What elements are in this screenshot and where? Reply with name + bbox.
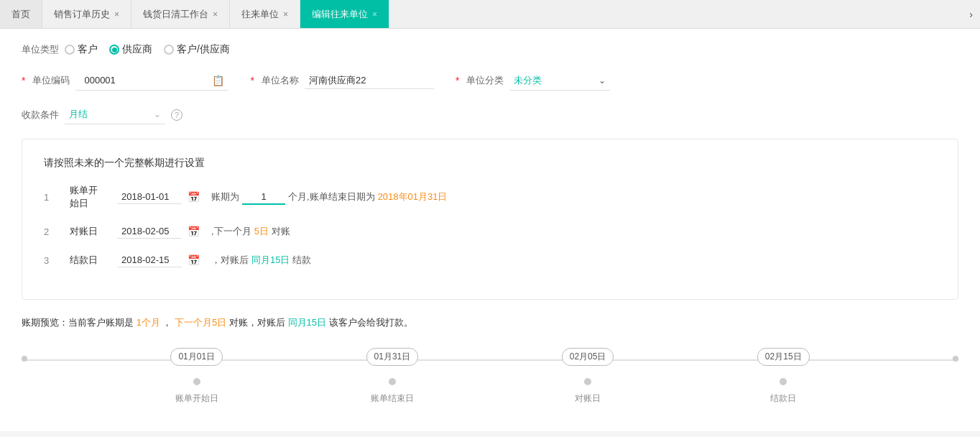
help-icon[interactable]: ? [171, 109, 182, 121]
period-day-highlight: 5日 [254, 225, 269, 238]
calendar-icon-2[interactable]: 📅 [188, 226, 200, 237]
timeline-label-1: 账单开始日 [175, 392, 218, 405]
period-type-3: 结款日 [70, 254, 106, 267]
period-suffix-pre-1: 账期为 [211, 190, 239, 203]
period-row-1: 1 账单开始日 2018-01-01 📅 账期为 个月,账单结束日期为 2018… [44, 184, 936, 210]
radio-circle-customer [65, 45, 75, 55]
unit-info-row: * 单位编码 📋 * 单位名称 * 单位分类 未分类 ⌄ [22, 70, 958, 91]
payment-group: 收款条件 月结 ⌄ ? [22, 105, 182, 124]
chevron-right-icon: › [969, 9, 973, 20]
timeline-points: 01月01日 账单开始日 01月31日 账单结束日 02月05日 对账日 02月… [22, 348, 958, 405]
chevron-down-icon: ⌄ [598, 75, 606, 86]
unit-category-group: * 单位分类 未分类 ⌄ [456, 71, 610, 91]
tab-home[interactable]: 首页 [0, 0, 42, 28]
close-icon[interactable]: × [213, 9, 218, 19]
tab-sales-history[interactable]: 销售订单历史 × [42, 0, 131, 28]
timeline-dot-2 [389, 378, 396, 385]
tab-edit-partner[interactable]: 编辑往来单位 × [300, 0, 389, 28]
timeline-start-dot [22, 356, 27, 362]
tab-cash-work[interactable]: 钱货日清工作台 × [131, 0, 230, 28]
period-date-text-2: 2018-02-05 [117, 224, 182, 239]
period-type-2: 对账日 [70, 225, 106, 238]
close-icon[interactable]: × [283, 9, 288, 19]
period-suffix-pre-3: ，对账后 [211, 254, 249, 267]
period-suffix-pre-2: ,下一个月 [211, 225, 251, 238]
required-star: * [22, 75, 25, 86]
calendar-icon[interactable]: 📋 [212, 75, 224, 86]
preview-part3: 对账，对账后 [229, 317, 285, 328]
timeline-dot-3 [584, 378, 591, 385]
payment-select[interactable]: 月结 ⌄ [65, 105, 165, 124]
radio-supplier-label: 供应商 [122, 43, 152, 56]
unit-code-group: * 单位编码 📋 [22, 70, 228, 91]
unit-category-select[interactable]: 未分类 ⌄ [509, 71, 610, 91]
radio-customer[interactable]: 客户 [65, 43, 98, 56]
unit-type-label: 单位类型 [22, 43, 59, 56]
required-star-cat: * [456, 75, 459, 86]
timeline-end-dot [953, 356, 958, 362]
unit-code-label: 单位编码 [32, 74, 70, 87]
calendar-icon-3[interactable]: 📅 [188, 254, 200, 266]
radio-customer-label: 客户 [78, 43, 98, 56]
timeline-badge-3: 02月05日 [562, 348, 614, 366]
period-num-2: 2 [44, 226, 58, 237]
payment-row: 收款条件 月结 ⌄ ? [22, 105, 958, 124]
payment-value: 月结 [69, 108, 151, 121]
period-date-text-3: 2018-02-15 [117, 253, 182, 267]
tab-cash-work-label: 钱货日清工作台 [143, 8, 208, 21]
timeline-dot-1 [193, 378, 200, 385]
unit-name-input[interactable] [305, 72, 434, 89]
period-num-3: 3 [44, 255, 58, 266]
period-day-highlight-3: 同月15日 [251, 254, 290, 267]
payment-label: 收款条件 [22, 109, 59, 121]
radio-group: 客户 供应商 客户/供应商 [65, 43, 230, 56]
preview-sep1: ， [162, 317, 172, 328]
close-icon[interactable]: × [372, 9, 377, 19]
period-date-1: 2018-01-01 📅 [117, 190, 200, 204]
radio-supplier[interactable]: 供应商 [109, 43, 152, 56]
period-date-2: 2018-02-05 📅 [117, 224, 200, 239]
timeline-start [22, 356, 27, 362]
timeline-end [953, 356, 958, 362]
period-card-title: 请按照未来的一个完整帐期进行设置 [44, 157, 936, 170]
period-row-3: 3 结款日 2018-02-15 📅 ，对账后 同月15日 结款 [44, 253, 936, 267]
timeline-label-2: 账单结束日 [371, 392, 414, 405]
preview-part2: 下一个月5日 [175, 317, 226, 328]
period-end-date: 2018年01月31日 [378, 190, 448, 203]
main-content: 单位类型 客户 供应商 客户/供应商 * 单位编码 [0, 29, 980, 431]
unit-category-label: 单位分类 [466, 74, 504, 87]
unit-code-input-wrapper: 📋 [75, 70, 228, 91]
unit-name-group: * 单位名称 [250, 72, 433, 89]
timeline-label-3: 对账日 [575, 392, 601, 405]
tab-home-label: 首页 [11, 8, 30, 21]
period-type-1: 账单开始日 [70, 184, 106, 210]
preview-text: 账期预览：当前客户账期是 1个月 ， 下一个月5日 对账，对账后 同月15日 该… [22, 314, 958, 331]
period-row-2: 2 对账日 2018-02-05 📅 ,下一个月 5日 对账 [44, 224, 936, 239]
timeline-point-2: 01月31日 账单结束日 [366, 348, 419, 405]
radio-both[interactable]: 客户/供应商 [164, 43, 230, 56]
unit-type-row: 单位类型 客户 供应商 客户/供应商 [22, 43, 958, 56]
unit-code-input[interactable] [80, 72, 209, 88]
period-suffix-mid-1: 个月,账单结束日期为 [288, 190, 375, 203]
tab-sales-history-label: 销售订单历史 [54, 8, 110, 21]
tab-partner-unit[interactable]: 往来单位 × [230, 0, 300, 28]
required-star-name: * [250, 75, 254, 86]
preview-label: 账期预览：当前客户账期是 [22, 317, 134, 328]
calendar-icon-1[interactable]: 📅 [188, 191, 200, 203]
period-suffix-3: ，对账后 同月15日 结款 [211, 254, 311, 267]
tab-bar: 首页 销售订单历史 × 钱货日清工作台 × 往来单位 × 编辑往来单位 × › [0, 0, 980, 29]
unit-name-label: 单位名称 [262, 74, 299, 87]
timeline-badge-2: 01月31日 [366, 348, 419, 366]
preview-part1: 1个月 [137, 317, 160, 328]
period-card: 请按照未来的一个完整帐期进行设置 1 账单开始日 2018-01-01 📅 账期… [22, 139, 958, 300]
period-date-text-1: 2018-01-01 [117, 190, 182, 204]
timeline-point-3: 02月05日 对账日 [562, 348, 614, 405]
chevron-down-icon-payment: ⌄ [154, 109, 161, 119]
close-icon[interactable]: × [114, 9, 119, 19]
month-input[interactable] [242, 190, 285, 205]
radio-circle-supplier [109, 45, 119, 55]
unit-category-value: 未分类 [514, 74, 596, 87]
tab-edit-partner-label: 编辑往来单位 [312, 8, 368, 21]
period-date-3: 2018-02-15 📅 [117, 253, 200, 267]
tab-more-button[interactable]: › [962, 0, 980, 28]
